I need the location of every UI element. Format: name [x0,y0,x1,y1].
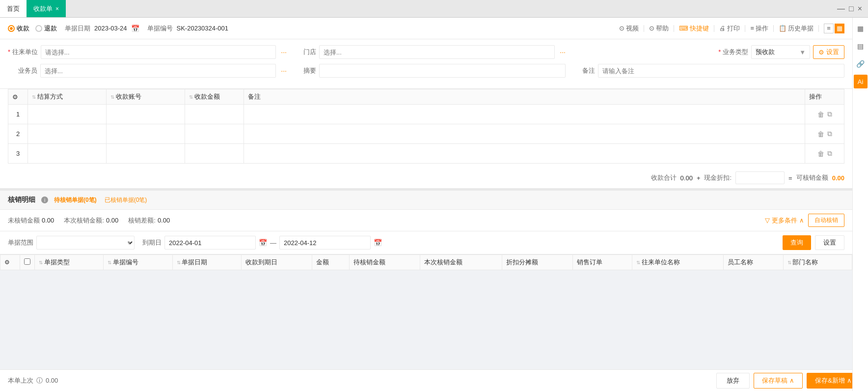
tab-pending[interactable]: 待核销单据(0笔) [54,196,97,204]
ops-btn[interactable]: ≡ 操作 [750,24,768,33]
current-writeoff-stat: 本次核销金额: 0.00 [64,216,118,225]
copy-row-1-icon[interactable]: ⧉ [827,110,832,118]
filter-icon: ▽ [765,217,770,224]
row-ops-2: 🗑 ⧉ [805,124,844,144]
row-remark-2[interactable] [244,124,805,144]
date-start-input[interactable] [164,236,256,250]
row-settle-2[interactable] [28,124,107,144]
store-more-icon[interactable]: ··· [560,48,566,56]
store-field: 门店 ··· [287,45,566,59]
tab-home[interactable]: 首页 [0,0,27,17]
table-settings-button[interactable]: 设置 [815,235,844,250]
date-label: 单据日期 [65,24,90,33]
window-close-icon[interactable]: × [858,4,862,13]
row-remark-1[interactable] [244,105,805,124]
toolbar-actions: ⊙ 视频 ⊙ 帮助 ⌨ 快捷键 🖨 打印 ≡ 操作 [619,24,844,33]
calendar-end-icon[interactable]: 📅 [374,239,382,247]
summary-label: 摘要 [287,66,316,75]
row-account-3[interactable] [107,144,185,164]
range-select[interactable] [36,236,135,250]
due-label: 到期日 [142,238,162,247]
print-icon: 🖨 [719,25,726,32]
query-button[interactable]: 查询 [783,235,811,250]
more-conditions-btn[interactable]: ▽ 更多条件 ∧ [765,216,804,225]
info-icon[interactable]: i [41,196,48,203]
radio-receipt-dot [8,25,15,32]
row-ops-3: 🗑 ⧉ [805,144,844,164]
copy-row-3-icon[interactable]: ⧉ [827,149,832,158]
bth-checkbox[interactable] [20,255,35,270]
help-btn[interactable]: ⊙ 帮助 [649,24,669,33]
delete-row-1-icon[interactable]: 🗑 [817,111,824,118]
auto-writeoff-btn[interactable]: 自动核销 [808,214,844,227]
tab-receipt[interactable]: 收款单 × [27,0,66,17]
table-row: 2 🗑 ⧉ [8,124,844,144]
copy-row-2-icon[interactable]: ⧉ [827,130,832,138]
bth-gear[interactable]: ⚙ [0,255,20,270]
discount-input[interactable] [735,171,785,184]
radio-refund-label: 退款 [44,24,57,33]
th-remark: 备注 [244,89,805,105]
summary-input[interactable] [319,64,566,78]
calendar-start-icon[interactable]: 📅 [259,239,267,247]
row-no-2: 2 [8,124,28,144]
row-settle-3[interactable] [28,144,107,164]
radio-refund-dot [35,25,42,32]
footer-info: 本单上次 ⓘ 0.00 [8,376,58,385]
settings-button[interactable]: ⚙ 设置 [813,45,844,59]
table-row: 3 🗑 ⧉ [8,144,844,164]
range-label: 单据范围 [8,238,33,247]
delete-row-2-icon[interactable]: 🗑 [817,130,824,138]
view-list-btn[interactable]: ≡ [824,24,834,33]
discard-button[interactable]: 放弃 [716,373,750,389]
table-row: 1 🗑 ⧉ [8,105,844,124]
divider-2 [674,25,674,32]
shortcut-btn[interactable]: ⌨ 快捷键 [679,24,709,33]
counterpart-input[interactable] [41,45,276,59]
window-maximize-icon[interactable]: □ [849,4,854,13]
history-btn[interactable]: 📋 历史单据 [779,24,814,33]
row-account-1[interactable] [107,105,185,124]
save-draft-button[interactable]: 保存草稿 ∧ [754,373,803,389]
divider-5 [773,25,774,32]
staff-input[interactable] [40,64,276,78]
select-all-checkbox[interactable] [24,258,30,265]
date-end-input[interactable] [279,236,371,250]
sidebar-chart-icon[interactable]: ▤ [854,39,868,53]
bth-doc-type: ⇅ 单据类型 [35,255,104,270]
th-account: ⇅ 收款账号 [107,89,185,105]
notes-field: 备注 [566,64,844,78]
calendar-icon[interactable]: 📅 [131,25,139,32]
footer-actions: 放弃 保存草稿 ∧ 保存&新增 ∧ [716,373,860,389]
uncancelled-label: 未核销金额 [8,216,40,225]
notes-label: 备注 [566,66,595,75]
store-input[interactable] [319,45,555,59]
staff-more-icon[interactable]: ··· [281,67,287,75]
counterpart-more-icon[interactable]: ··· [281,48,287,56]
counterpart-label: 往来单位 [8,48,38,56]
print-btn[interactable]: 🖨 打印 [719,24,740,33]
notes-input[interactable] [598,64,844,78]
sidebar-ai-icon[interactable]: Ai [854,75,868,88]
business-type-select[interactable]: 预收款 ▼ [751,45,810,59]
row-remark-3[interactable] [244,144,805,164]
row-amount-2[interactable] [185,124,244,144]
video-btn[interactable]: ⊙ 视频 [619,24,639,33]
bth-pending: 待核销金额 [349,255,420,270]
radio-refund[interactable]: 退款 [35,24,57,33]
row-amount-1[interactable] [185,105,244,124]
radio-receipt[interactable]: 收款 [8,24,29,33]
tab-done[interactable]: 已核销单据(0笔) [105,196,147,204]
row-amount-3[interactable] [185,144,244,164]
row-settle-1[interactable] [28,105,107,124]
view-grid-btn[interactable]: ▦ [835,24,844,33]
delete-row-3-icon[interactable]: 🗑 [817,150,824,158]
collapse-arrow-icon: ∧ [799,217,804,224]
sidebar-attach-icon[interactable]: 🔗 [854,57,868,71]
row-account-2[interactable] [107,124,185,144]
th-ops: 操作 [805,89,844,105]
th-gear[interactable]: ⚙ [8,89,28,105]
tab-close-icon[interactable]: × [55,5,59,12]
sidebar-table-icon[interactable]: ▦ [854,22,868,35]
window-minimize-icon[interactable]: — [837,4,845,13]
